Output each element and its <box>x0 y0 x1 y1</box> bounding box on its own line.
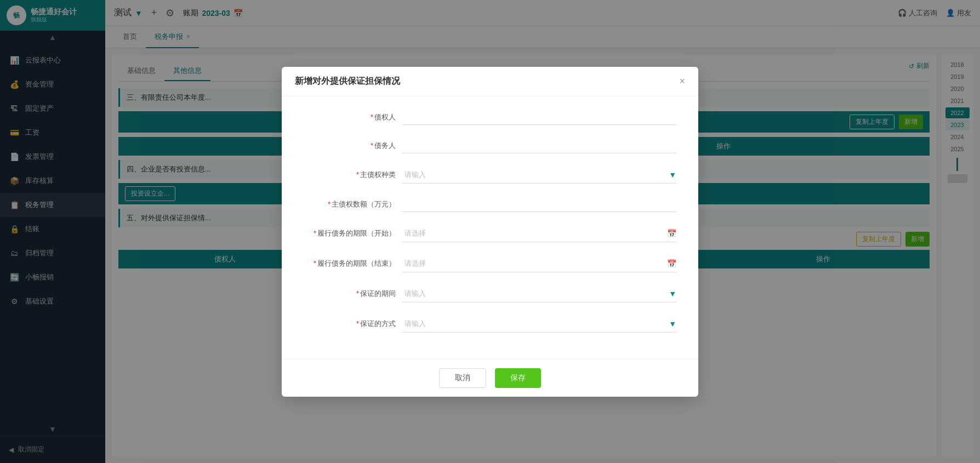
form-row-period-start: *履行债务的期限（开始） 请选择 📅 <box>304 225 676 242</box>
guarantee-period-dropdown-icon[interactable]: ▼ <box>669 289 676 298</box>
period-end-placeholder: 请选择 <box>402 255 665 272</box>
debt-amount-input[interactable] <box>402 197 676 212</box>
form-row-creditor: *债权人 <box>304 110 676 125</box>
debt-amount-label: *主债权数额（万元） <box>304 199 402 209</box>
form-row-guarantee-period: *保证的期间 请输入 ▼ <box>304 285 676 302</box>
save-button[interactable]: 保存 <box>495 368 541 388</box>
guarantee-method-label: *保证的方式 <box>304 319 402 329</box>
form-row-guarantee-method: *保证的方式 请输入 ▼ <box>304 316 676 333</box>
period-start-label: *履行债务的期限（开始） <box>304 228 402 238</box>
guarantee-method-placeholder: 请输入 <box>402 316 666 332</box>
guarantee-period-wrap: 请输入 ▼ <box>402 285 676 302</box>
period-start-wrap: 请选择 📅 <box>402 225 676 242</box>
debt-type-placeholder: 请输入 <box>402 167 666 183</box>
guarantee-method-dropdown-icon[interactable]: ▼ <box>669 319 676 328</box>
form-row-debt-amount: *主债权数额（万元） <box>304 197 676 212</box>
period-end-calendar-icon[interactable]: 📅 <box>667 259 676 268</box>
period-start-placeholder: 请选择 <box>402 225 665 242</box>
debt-type-label: *主债权种类 <box>304 170 402 180</box>
debt-type-dropdown-icon[interactable]: ▼ <box>669 170 676 179</box>
debtor-label: *债务人 <box>304 141 402 151</box>
debt-type-wrap: 请输入 ▼ <box>402 167 676 184</box>
guarantee-period-label: *保证的期间 <box>304 289 402 299</box>
period-end-wrap: 请选择 📅 <box>402 255 676 272</box>
modal: 新增对外提供保证担保情况 × *债权人 *债务人 *主债权种类 <box>282 67 698 397</box>
form-row-period-end: *履行债务的期限（结束） 请选择 📅 <box>304 255 676 272</box>
guarantee-period-placeholder: 请输入 <box>402 285 666 302</box>
creditor-input[interactable] <box>402 110 676 125</box>
modal-close-button[interactable]: × <box>679 76 685 86</box>
creditor-label: *债权人 <box>304 112 402 122</box>
form-row-debtor: *债务人 <box>304 138 676 153</box>
modal-title: 新增对外提供保证担保情况 <box>295 76 400 87</box>
period-start-calendar-icon[interactable]: 📅 <box>667 229 676 238</box>
modal-header: 新增对外提供保证担保情况 × <box>282 67 698 96</box>
modal-body: *债权人 *债务人 *主债权种类 请输入 ▼ <box>282 96 698 359</box>
modal-footer: 取消 保存 <box>282 359 698 397</box>
cancel-button[interactable]: 取消 <box>439 368 486 388</box>
form-row-debt-type: *主债权种类 请输入 ▼ <box>304 167 676 184</box>
modal-overlay: 新增对外提供保证担保情况 × *债权人 *债务人 *主债权种类 <box>0 0 980 463</box>
guarantee-method-wrap: 请输入 ▼ <box>402 316 676 333</box>
period-end-label: *履行债务的期限（结束） <box>304 259 402 268</box>
debtor-input[interactable] <box>402 138 676 153</box>
